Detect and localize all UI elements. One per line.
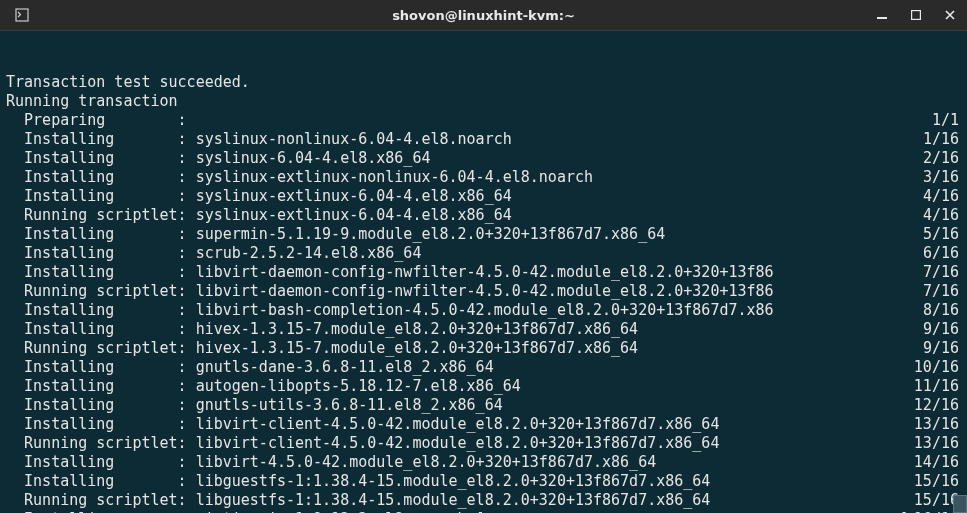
terminal-text: Installing : libvirt-daemon-config-nwfil… <box>6 263 774 282</box>
terminal-line: Running transaction <box>6 92 961 111</box>
terminal-line: Installing : libguestfs-1:1.38.4-15.modu… <box>6 472 961 491</box>
progress-counter: 15/16 <box>914 472 961 491</box>
progress-counter: 10/16 <box>914 358 961 377</box>
terminal-text: Installing : hivex-1.3.15-7.module_el8.2… <box>6 320 638 339</box>
terminal-text: Running scriptlet: libvirt-client-4.5.0-… <box>6 434 719 453</box>
vertical-scrollbar[interactable] <box>953 495 967 513</box>
terminal-line: Running scriptlet: libvirt-daemon-config… <box>6 282 961 301</box>
progress-counter: 3/16 <box>923 168 961 187</box>
svg-rect-0 <box>16 9 28 21</box>
progress-counter: 1/1 <box>932 111 961 130</box>
minimize-icon <box>877 10 887 20</box>
progress-counter: 5/16 <box>923 225 961 244</box>
terminal-text: Installing : gnutls-utils-3.6.8-11.el8_2… <box>6 396 503 415</box>
terminal-text: Installing : syslinux-nonlinux-6.04-4.el… <box>6 130 512 149</box>
terminal-text: Running scriptlet: libguestfs-1:1.38.4-1… <box>6 491 710 510</box>
terminal-text: Installing : autogen-libopts-5.18.12-7.e… <box>6 377 521 396</box>
terminal-line: Installing : syslinux-extlinux-nonlinux-… <box>6 168 961 187</box>
svg-rect-1 <box>877 17 887 19</box>
progress-counter: 4/16 <box>923 206 961 225</box>
terminal-line: Installing : syslinux-extlinux-6.04-4.el… <box>6 187 961 206</box>
terminal-line: Running scriptlet: hivex-1.3.15-7.module… <box>6 339 961 358</box>
window-controls <box>865 0 967 30</box>
terminal-text: Running scriptlet: hivex-1.3.15-7.module… <box>6 339 638 358</box>
window-titlebar: shovon@linuxhint-kvm:~ <box>0 0 967 30</box>
terminal-line: Transaction test succeeded. <box>6 73 961 92</box>
terminal-line: Installing : libvirt-4.5.0-42.module_el8… <box>6 453 961 472</box>
progress-counter: 7/16 <box>923 282 961 301</box>
progress-counter: 7/16 <box>923 263 961 282</box>
terminal-line: Installing : hivex-1.3.15-7.module_el8.2… <box>6 320 961 339</box>
terminal-text: Installing : libvirt-4.5.0-42.module_el8… <box>6 453 656 472</box>
minimize-button[interactable] <box>865 0 899 30</box>
terminal-line: Installing : scrub-2.5.2-14.el8.x86_646/… <box>6 244 961 263</box>
maximize-button[interactable] <box>899 0 933 30</box>
terminal-text: Running transaction <box>6 92 178 111</box>
terminal-line: Installing : syslinux-nonlinux-6.04-4.el… <box>6 130 961 149</box>
progress-counter: 14/16 <box>914 453 961 472</box>
progress-counter: 9/16 <box>923 339 961 358</box>
progress-counter: 11/16 <box>914 377 961 396</box>
terminal-line: Installing : supermin-5.1.19-9.module_el… <box>6 225 961 244</box>
window-title: shovon@linuxhint-kvm:~ <box>392 8 575 23</box>
progress-counter: 1/16 <box>923 130 961 149</box>
terminal-line: Installing : libvirt-client-4.5.0-42.mod… <box>6 415 961 434</box>
progress-counter: 9/16 <box>923 320 961 339</box>
close-icon <box>945 10 955 20</box>
terminal-text: Installing : scrub-2.5.2-14.el8.x86_64 <box>6 244 421 263</box>
terminal-line: Running scriptlet: syslinux-extlinux-6.0… <box>6 206 961 225</box>
terminal-text: Installing : syslinux-6.04-4.el8.x86_64 <box>6 149 430 168</box>
terminal-text: Running scriptlet: syslinux-extlinux-6.0… <box>6 206 512 225</box>
terminal-line: Running scriptlet: libvirt-client-4.5.0-… <box>6 434 961 453</box>
terminal-line: Installing : syslinux-6.04-4.el8.x86_642… <box>6 149 961 168</box>
progress-counter: 2/16 <box>923 149 961 168</box>
progress-counter: 13/16 <box>914 415 961 434</box>
app-menu-button[interactable] <box>8 0 36 30</box>
progress-counter: 12/16 <box>914 396 961 415</box>
terminal-text: Preparing : <box>6 111 196 130</box>
progress-counter: 13/16 <box>914 434 961 453</box>
progress-counter: 4/16 <box>923 187 961 206</box>
maximize-icon <box>911 10 921 20</box>
terminal-text: Installing : gnutls-dane-3.6.8-11.el8_2.… <box>6 358 494 377</box>
terminal-line: Installing : gnutls-utils-3.6.8-11.el8_2… <box>6 396 961 415</box>
terminal-line: Preparing : 1/1 <box>6 111 961 130</box>
terminal-icon <box>15 8 29 22</box>
progress-counter: 6/16 <box>923 244 961 263</box>
terminal-text: Installing : supermin-5.1.19-9.module_el… <box>6 225 665 244</box>
terminal-text: Installing : syslinux-extlinux-6.04-4.el… <box>6 187 512 206</box>
terminal-line: Running scriptlet: libguestfs-1:1.38.4-1… <box>6 491 961 510</box>
terminal-line: Installing : gnutls-dane-3.6.8-11.el8_2.… <box>6 358 961 377</box>
svg-rect-2 <box>912 11 921 20</box>
terminal-output[interactable]: Transaction test succeeded.Running trans… <box>0 30 967 513</box>
progress-counter: 8/16 <box>923 301 961 320</box>
terminal-text: Installing : libguestfs-1:1.38.4-15.modu… <box>6 472 710 491</box>
terminal-line: Installing : libvirt-daemon-config-nwfil… <box>6 263 961 282</box>
terminal-line: Installing : autogen-libopts-5.18.12-7.e… <box>6 377 961 396</box>
terminal-line: Installing : libvirt-bash-completion-4.5… <box>6 301 961 320</box>
terminal-text: Running scriptlet: libvirt-daemon-config… <box>6 282 774 301</box>
terminal-text: Transaction test succeeded. <box>6 73 250 92</box>
terminal-text: Installing : libvirt-client-4.5.0-42.mod… <box>6 415 719 434</box>
terminal-text: Installing : syslinux-extlinux-nonlinux-… <box>6 168 593 187</box>
close-button[interactable] <box>933 0 967 30</box>
terminal-text: Installing : libvirt-bash-completion-4.5… <box>6 301 774 320</box>
